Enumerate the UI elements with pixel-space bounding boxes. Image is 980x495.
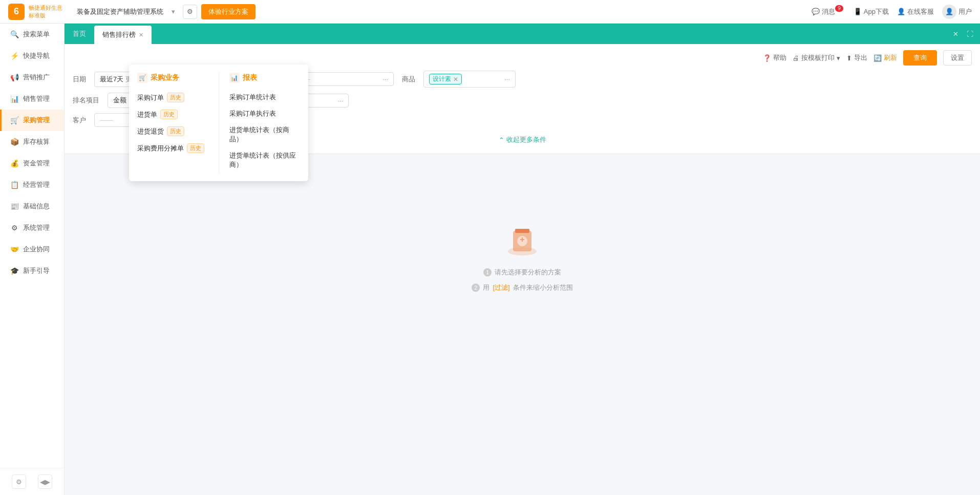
goods-tag-close[interactable]: ✕ bbox=[453, 76, 458, 83]
gear-icon: ⚙ bbox=[10, 224, 19, 232]
lightning-icon: ⚡ bbox=[10, 52, 19, 60]
dropdown-report-col: 📊 报表 采购订单统计表 采购订单执行表 进货单统计表（按商品） bbox=[229, 73, 301, 173]
sidebar-item-marketing[interactable]: 📢 营销推广 bbox=[0, 67, 64, 88]
purchase-title: 🛒 采购业务 bbox=[137, 73, 208, 83]
dropdown-item-report-0[interactable]: 采购订单统计表 bbox=[229, 89, 301, 105]
info-icon: 📰 bbox=[10, 202, 19, 210]
status-dots[interactable]: ··· bbox=[382, 75, 388, 83]
app-download-btn[interactable]: 📱 App下载 bbox=[854, 7, 889, 16]
salesman-dots[interactable]: ··· bbox=[337, 97, 343, 104]
top-bar-right: 💬 消息 9 📱 App下载 👤 在线客服 👤 用户 bbox=[812, 5, 972, 19]
help-btn[interactable]: ❓ 帮助 bbox=[763, 53, 786, 62]
print-icon: 🖨 bbox=[793, 54, 799, 62]
system-name: 装备及固定资产辅助管理系统 bbox=[77, 7, 163, 16]
tab-maximize-btn[interactable]: ⛶ bbox=[964, 28, 976, 40]
sidebar: 🔍 搜索菜单 ⚡ 快捷导航 📢 营销推广 📊 销售管理 🛒 采购管理 📦 bbox=[0, 24, 65, 495]
print-dropdown-icon: ▾ bbox=[837, 54, 840, 62]
cart-icon: 🛒 bbox=[10, 116, 19, 124]
tab-sales-rank[interactable]: 销售排行榜 ✕ bbox=[94, 26, 152, 44]
content-area: 首页 销售排行榜 ✕ ✕ ⛶ ❓ bbox=[65, 24, 980, 495]
filter-toolbar: ❓ 帮助 🖨 按模板打印 ▾ ⬆ 导出 🔄 bbox=[73, 50, 972, 66]
goods-dots[interactable]: ··· bbox=[504, 75, 510, 83]
dropdown-item-report-3[interactable]: 进货单统计表（按供应商） bbox=[229, 147, 301, 173]
collapse-up-icon: ⌃ bbox=[499, 136, 504, 144]
sidebar-item-finance[interactable]: 💰 资金管理 bbox=[0, 153, 64, 174]
rank-label: 排名项目 bbox=[73, 96, 99, 105]
user-btn[interactable]: 👤 用户 bbox=[942, 5, 972, 19]
tab-home[interactable]: 首页 bbox=[65, 24, 94, 44]
refresh-btn[interactable]: 🔄 刷新 bbox=[874, 53, 897, 62]
top-bar-middle: 装备及固定资产辅助管理系统 ▾ ⚙ 体验行业方案 bbox=[73, 4, 812, 19]
phone-icon: 📱 bbox=[854, 8, 862, 15]
sidebar-item-system[interactable]: ⚙ 系统管理 bbox=[0, 217, 64, 239]
tab-bar: 首页 销售排行榜 ✕ ✕ ⛶ bbox=[65, 24, 980, 44]
svg-rect-2 bbox=[515, 229, 529, 233]
tab-close-btn[interactable]: ✕ bbox=[139, 32, 143, 38]
message-label: 消息 bbox=[822, 7, 835, 16]
dropdown-item-goods-return[interactable]: 进货退货 历史 bbox=[137, 123, 208, 140]
sidebar-item-purchase[interactable]: 🛒 采购管理 bbox=[0, 110, 64, 131]
industry-btn[interactable]: 体验行业方案 bbox=[201, 4, 255, 19]
refresh-icon: 🔄 bbox=[874, 54, 882, 62]
chart-icon: 📊 bbox=[10, 95, 19, 103]
setting-btn[interactable]: 设置 bbox=[943, 50, 972, 66]
sidebar-item-basic[interactable]: 📰 基础信息 bbox=[0, 196, 64, 217]
history-badge-3: 历史 bbox=[187, 143, 204, 153]
dropdown-item-purchase-order[interactable]: 采购订单 历史 bbox=[137, 89, 208, 106]
dropdown-item-goods-receipt[interactable]: 进货单 历史 bbox=[137, 106, 208, 123]
online-service-btn[interactable]: 👤 在线客服 bbox=[897, 7, 934, 16]
user-avatar: 👤 bbox=[942, 5, 956, 19]
empty-icon bbox=[502, 221, 543, 262]
dropdown-item-report-2[interactable]: 进货单统计表（按商品） bbox=[229, 122, 301, 147]
handshake-icon: 🤝 bbox=[10, 245, 19, 253]
gear-btn[interactable]: ⚙ bbox=[183, 5, 197, 19]
money-icon: 💰 bbox=[10, 159, 19, 167]
goods-label: 商品 bbox=[402, 75, 415, 84]
content-body: ❓ 帮助 🖨 按模板打印 ▾ ⬆ 导出 🔄 bbox=[65, 44, 980, 495]
search-icon: 🔍 bbox=[10, 30, 19, 38]
message-btn[interactable]: 💬 消息 9 bbox=[812, 7, 845, 16]
logo-icon: 6 bbox=[8, 4, 25, 20]
message-badge: 9 bbox=[835, 5, 843, 12]
dropdown-item-purchase-expense[interactable]: 采购费用分摊单 历史 bbox=[137, 140, 208, 157]
export-btn[interactable]: ⬆ 导出 bbox=[846, 53, 867, 62]
sidebar-item-shortcut[interactable]: ⚡ 快捷导航 bbox=[0, 45, 64, 67]
megaphone-icon: 📢 bbox=[10, 73, 19, 81]
dropdown-divider bbox=[219, 73, 219, 173]
print-btn[interactable]: 🖨 按模板打印 ▾ bbox=[793, 53, 840, 62]
hint-num-2: 2 bbox=[472, 284, 480, 292]
filter-highlight: [过滤] bbox=[493, 283, 509, 292]
query-btn[interactable]: 查询 bbox=[903, 50, 937, 66]
sidebar-item-search[interactable]: 🔍 搜索菜单 bbox=[0, 24, 64, 45]
sidebar-item-enterprise[interactable]: 🤝 企业协同 bbox=[0, 239, 64, 260]
message-icon: 💬 bbox=[812, 8, 820, 15]
customer-label: 客户 bbox=[73, 116, 86, 125]
sidebar-item-sales[interactable]: 📊 销售管理 bbox=[0, 88, 64, 110]
logo-area: 6 畅捷通好生意 标准版 bbox=[8, 4, 73, 20]
settings-bottom-btn[interactable]: ⚙ bbox=[12, 475, 26, 489]
sidebar-bottom: ⚙ ◀▶ bbox=[0, 468, 64, 495]
system-dropdown-btn[interactable]: ▾ bbox=[167, 6, 179, 17]
goods-tag: 设计素 ✕ bbox=[429, 74, 462, 84]
empty-state: 1 请先选择要分析的方案 2 用 [过滤] 条件来缩小分析范围 bbox=[65, 154, 980, 359]
tab-bar-right: ✕ ⛶ bbox=[949, 28, 980, 40]
empty-hint-2: 2 用 [过滤] 条件来缩小分析范围 bbox=[472, 283, 572, 292]
report-title: 📊 报表 bbox=[229, 73, 301, 83]
report-icon: 📊 bbox=[229, 73, 240, 83]
sidebar-item-newbie[interactable]: 🎓 新手引导 bbox=[0, 260, 64, 282]
box-icon: 📦 bbox=[10, 138, 19, 146]
goods-input[interactable]: 设计素 ✕ ··· bbox=[423, 71, 516, 88]
sidebar-item-operation[interactable]: 📋 经营管理 bbox=[0, 174, 64, 196]
purchase-icon: 🛒 bbox=[137, 73, 147, 83]
clipboard-icon: 📋 bbox=[10, 181, 19, 189]
history-badge-1: 历史 bbox=[160, 110, 178, 119]
sidebar-item-inventory[interactable]: 📦 库存核算 bbox=[0, 131, 64, 153]
guide-icon: 🎓 bbox=[10, 267, 19, 275]
help-icon: ❓ bbox=[763, 54, 771, 62]
dropdown-menu: 🛒 采购业务 采购订单 历史 进货单 历史 进货退货 bbox=[129, 64, 308, 181]
tab-close-window-btn[interactable]: ✕ bbox=[949, 28, 962, 40]
collapse-sidebar-btn[interactable]: ◀▶ bbox=[38, 475, 52, 489]
service-icon: 👤 bbox=[897, 8, 905, 15]
dropdown-item-report-1[interactable]: 采购订单执行表 bbox=[229, 105, 301, 122]
date-label: 日期 bbox=[73, 75, 86, 84]
